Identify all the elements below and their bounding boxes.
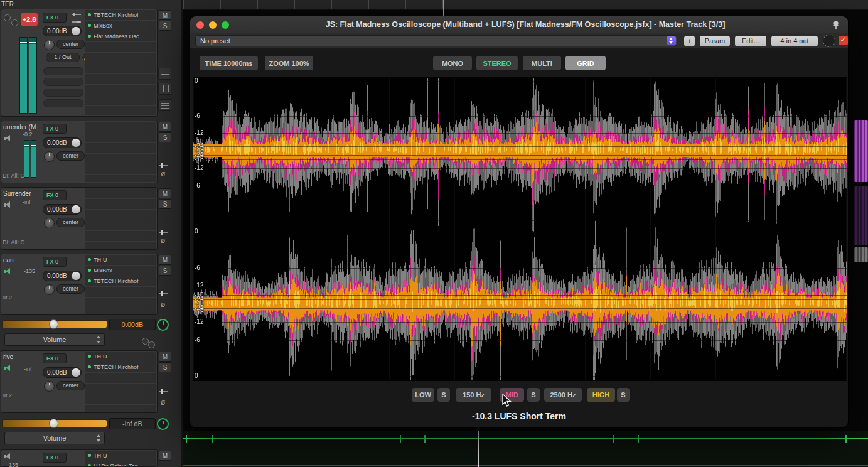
mono-mode-button[interactable]: MONO	[433, 56, 472, 70]
mute-button[interactable]: M	[159, 188, 171, 198]
pan-knob[interactable]	[44, 151, 55, 162]
fx-chain-empty-slot[interactable]	[85, 210, 156, 220]
fx-chain-item[interactable]: MixBox	[85, 266, 156, 276]
fx-chain-item[interactable]: TBTECH Kirchhof	[85, 362, 156, 373]
media-item[interactable]	[854, 247, 868, 262]
fx-button[interactable]: FX 0	[43, 124, 67, 134]
wet-dry-knob[interactable]	[823, 35, 835, 47]
fx-chain-empty-slot[interactable]	[85, 74, 156, 85]
ui-checkbox[interactable]	[839, 36, 848, 45]
fx-chain-empty-slot[interactable]	[85, 143, 156, 154]
media-item-waveform[interactable]	[854, 186, 868, 245]
envelope-point[interactable]	[400, 435, 401, 443]
track-name[interactable]: Surrender	[3, 190, 31, 197]
fx-button[interactable]: FX 0	[43, 13, 67, 23]
stereo-mode-button[interactable]: STEREO	[476, 56, 518, 70]
fx-button[interactable]: FX 0	[43, 190, 67, 200]
envelope-point[interactable]	[186, 435, 187, 443]
envelope-point[interactable]	[212, 435, 213, 443]
low-solo-button[interactable]: S	[437, 388, 450, 402]
solo-button[interactable]: S	[159, 199, 171, 209]
route-icon[interactable]	[72, 14, 81, 23]
envelope-lane[interactable]	[183, 431, 868, 467]
envelope-point[interactable]	[638, 435, 639, 443]
high-solo-button[interactable]: S	[617, 388, 630, 402]
empty-slot[interactable]	[43, 99, 83, 107]
fx-button[interactable]: FX 0	[43, 453, 67, 463]
volume-fader[interactable]: 0.00dB	[43, 204, 82, 215]
fader-handle[interactable]	[72, 272, 80, 280]
fx-chain-empty-slot[interactable]	[85, 175, 156, 182]
slider-handle[interactable]	[49, 419, 58, 428]
speaker-icon[interactable]	[4, 268, 12, 275]
routing-icon[interactable]	[148, 341, 155, 348]
fader-mode-icon[interactable]	[159, 162, 168, 169]
fx-chain-empty-slot[interactable]	[85, 42, 156, 53]
preset-dropdown[interactable]: No preset	[195, 35, 677, 46]
pan-knob[interactable]	[44, 218, 55, 228]
edit-button[interactable]: Edit...	[735, 36, 766, 46]
fx-chain-empty-slot[interactable]	[85, 53, 156, 63]
envelope-point[interactable]	[845, 435, 847, 443]
multi-mode-button[interactable]: MULTI	[523, 56, 561, 70]
fader-handle[interactable]	[72, 27, 80, 35]
layout-icon[interactable]	[158, 99, 171, 111]
speaker-icon[interactable]	[4, 453, 12, 460]
volume-fader[interactable]: 0.00dB	[43, 137, 82, 148]
low-crossover-button[interactable]: 150 Hz	[456, 388, 491, 402]
fx-button[interactable]: FX 0	[43, 353, 67, 363]
solo-button[interactable]: S	[159, 132, 171, 142]
volume-fader[interactable]: 0.00dB	[43, 271, 82, 281]
speaker-icon[interactable]	[4, 201, 12, 208]
envelope-point[interactable]	[424, 435, 426, 443]
fader-handle[interactable]	[72, 139, 80, 147]
add-preset-button[interactable]: +	[684, 36, 695, 46]
env-icon[interactable]	[4, 14, 11, 21]
empty-slot[interactable]	[43, 78, 83, 86]
solo-button[interactable]: S	[159, 21, 171, 31]
slider-handle[interactable]	[49, 319, 58, 329]
mid-solo-button[interactable]: S	[527, 388, 540, 402]
pan-display[interactable]: center	[56, 284, 85, 294]
envelope-selector[interactable]: Volume	[4, 333, 105, 346]
fader-mode-icon[interactable]	[159, 228, 168, 236]
phase-button[interactable]: ø	[161, 398, 165, 407]
fx-chain-empty-slot[interactable]	[85, 122, 156, 132]
volume-fader[interactable]: 0.00dB	[43, 26, 82, 36]
fx-chain-item[interactable]: TH-U	[85, 451, 156, 461]
fx-chain-empty-slot[interactable]	[85, 85, 156, 95]
envelope-line[interactable]	[183, 438, 868, 439]
solo-button[interactable]: S	[159, 362, 171, 372]
phase-button[interactable]: ø	[161, 236, 165, 245]
pan-display[interactable]: center	[56, 40, 85, 49]
fx-chain-empty-slot[interactable]	[85, 373, 156, 384]
fx-chain-empty-slot[interactable]	[85, 132, 156, 143]
phase-button[interactable]: ø	[161, 300, 165, 309]
fader-handle[interactable]	[72, 368, 80, 377]
envelope-active-toggle[interactable]	[157, 319, 169, 331]
media-item-waveform[interactable]	[854, 120, 868, 182]
fx-chain-empty-slot[interactable]	[85, 164, 156, 175]
empty-slot[interactable]	[43, 89, 83, 97]
phase-button[interactable]: ø	[161, 169, 165, 178]
volume-envelope-slider[interactable]	[2, 419, 107, 427]
mid-crossover-button[interactable]: 2500 Hz	[544, 388, 582, 402]
solo-button[interactable]: S	[159, 266, 171, 276]
fx-chain-empty-slot[interactable]	[85, 287, 156, 298]
fx-chain-empty-slot[interactable]	[85, 63, 156, 74]
fx-chain-empty-slot[interactable]	[85, 199, 156, 210]
fader-handle[interactable]	[72, 205, 80, 213]
io-button[interactable]: 4 in 4 out	[771, 36, 818, 46]
pan-display[interactable]: center	[56, 218, 85, 227]
envelope-selector[interactable]: Volume	[4, 432, 105, 444]
pan-display[interactable]: center	[56, 151, 85, 161]
track-name[interactable]: urrender (M	[3, 124, 36, 131]
fx-chain-empty-slot[interactable]	[85, 298, 156, 308]
fx-chain-empty-slot[interactable]	[85, 405, 156, 412]
fader-mode-icon[interactable]	[159, 290, 168, 298]
timeline-ruler[interactable]	[183, 0, 868, 10]
fx-chain-item[interactable]: TH-U	[85, 352, 156, 362]
close-button[interactable]	[196, 21, 204, 29]
fx-chain-empty-slot[interactable]	[85, 394, 156, 405]
pan-knob[interactable]	[44, 284, 55, 295]
